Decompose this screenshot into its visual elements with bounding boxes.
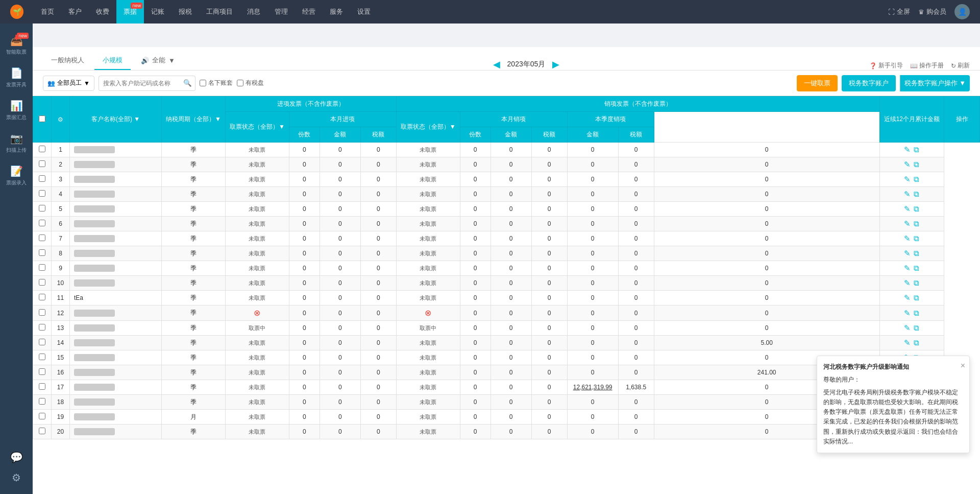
copy-icon[interactable]: ⧉ [914,338,919,347]
select-all-checkbox[interactable] [39,115,45,122]
nav-message[interactable]: 消息 [240,0,267,23]
row-checkbox[interactable] [33,217,52,231]
copy-icon[interactable]: ⧉ [914,249,919,258]
app-logo[interactable]: 🌱 [5,0,29,23]
tab-all-capability[interactable]: 🔊 全能 ▼ [133,52,183,70]
sidebar-settings-icon[interactable]: ⚙ [12,472,21,484]
edit-icon[interactable]: ✎ [904,323,911,333]
row-checkbox[interactable] [33,380,52,395]
nav-manage[interactable]: 管理 [267,0,295,23]
edit-icon[interactable]: ✎ [904,145,911,154]
edit-icon[interactable]: ✎ [904,219,911,228]
row-check[interactable] [39,279,45,286]
row-check[interactable] [39,175,45,182]
digital-tax-dropdown-btn[interactable]: 税务数字账户操作 ▼ [900,75,970,91]
copy-icon[interactable]: ⧉ [914,145,919,154]
row-check[interactable] [39,428,45,434]
employee-filter-select[interactable]: 👥 全部员工 ▼ [43,76,94,91]
row-checkbox[interactable] [33,321,52,336]
sidebar-item-ticket-summary[interactable]: 📊 票据汇总 [0,94,33,127]
nav-home[interactable]: 首页 [34,0,61,23]
row-checkbox[interactable] [33,305,52,321]
copy-icon[interactable]: ⧉ [914,293,919,302]
row-check[interactable] [39,398,45,405]
row-checkbox[interactable] [33,261,52,276]
edit-icon[interactable]: ✎ [904,234,911,243]
edit-icon[interactable]: ✎ [904,249,911,258]
edit-icon[interactable]: ✎ [904,309,911,318]
nav-bookkeeping[interactable]: 记账 [144,0,172,23]
edit-icon[interactable]: ✎ [904,278,911,288]
row-check[interactable] [39,220,45,226]
user-avatar[interactable]: 👤 [954,4,970,19]
row-check[interactable] [39,190,45,197]
nav-operation[interactable]: 经营 [295,0,323,23]
copy-icon[interactable]: ⧉ [914,175,919,184]
copy-icon[interactable]: ⧉ [914,234,919,243]
row-checkbox[interactable] [33,425,52,439]
edit-icon[interactable]: ✎ [904,338,911,347]
sidebar-item-ticket-entry[interactable]: 📝 票据录入 [0,159,33,192]
row-check[interactable] [39,368,45,375]
row-check[interactable] [39,264,45,271]
nav-settings[interactable]: 设置 [350,0,378,23]
has-taxboard-checkbox[interactable]: 有税盘 [237,79,264,87]
row-checkbox[interactable] [33,291,52,305]
sidebar-item-invoice-open[interactable]: 📄 发票开具 [0,61,33,94]
sidebar-message-icon[interactable]: 💬 [10,451,23,463]
copy-icon[interactable]: ⧉ [914,264,919,273]
manual-btn[interactable]: 📖 操作手册 [910,61,944,70]
name-account-checkbox[interactable]: 名下账套 [200,79,233,87]
sidebar-item-scan-upload[interactable]: 📷 扫描上传 [0,127,33,159]
nav-service[interactable]: 服务 [323,0,350,23]
row-checkbox[interactable] [33,395,52,410]
one-click-ticket-btn[interactable]: 一键取票 [797,75,838,91]
digital-tax-account-btn[interactable]: 税务数字账户 [842,75,896,91]
row-check[interactable] [39,309,45,316]
sidebar-item-smart-ticket[interactable]: 📥 智能取票 new [0,29,33,61]
nav-ticket[interactable]: 票据 new [116,0,144,23]
copy-icon[interactable]: ⧉ [914,190,919,199]
row-checkbox[interactable] [33,365,52,380]
row-check[interactable] [39,339,45,345]
row-checkbox[interactable] [33,350,52,365]
row-checkbox[interactable] [33,187,52,202]
row-check[interactable] [39,383,45,390]
row-check[interactable] [39,413,45,419]
has-taxboard-check[interactable] [237,80,243,86]
popup-close-btn[interactable]: × [961,359,965,372]
row-checkbox[interactable] [33,246,52,261]
row-checkbox[interactable] [33,276,52,291]
row-checkbox[interactable] [33,336,52,350]
row-checkbox[interactable] [33,143,52,157]
copy-icon[interactable]: ⧉ [914,309,919,318]
edit-icon[interactable]: ✎ [904,190,911,199]
copy-icon[interactable]: ⧉ [914,219,919,228]
search-button[interactable]: 🔍 [180,76,195,91]
nav-tax[interactable]: 报税 [172,0,199,23]
edit-icon[interactable]: ✎ [904,175,911,184]
copy-icon[interactable]: ⧉ [914,323,919,333]
prev-month-btn[interactable]: ◀ [493,59,500,70]
row-checkbox[interactable] [33,172,52,187]
tab-small-scale[interactable]: 小规模 [94,52,131,70]
copy-icon[interactable]: ⧉ [914,160,919,169]
nav-business[interactable]: 工商项目 [199,0,240,23]
edit-icon[interactable]: ✎ [904,204,911,214]
row-checkbox[interactable] [33,157,52,172]
row-check[interactable] [39,205,45,211]
search-input[interactable] [99,76,180,91]
row-check[interactable] [39,354,45,360]
row-checkbox[interactable] [33,410,52,425]
edit-icon[interactable]: ✎ [904,264,911,273]
row-check[interactable] [39,146,45,152]
new-guide-btn[interactable]: ❓ 新手引导 [869,61,903,70]
edit-icon[interactable]: ✎ [904,293,911,302]
row-check[interactable] [39,160,45,167]
copy-icon[interactable]: ⧉ [914,278,919,288]
member-btn[interactable]: ♛ 购会员 [918,7,946,16]
fullscreen-btn[interactable]: ⛶ 全屏 [888,7,910,16]
row-check[interactable] [39,294,45,300]
row-check[interactable] [39,234,45,241]
row-check[interactable] [39,249,45,256]
